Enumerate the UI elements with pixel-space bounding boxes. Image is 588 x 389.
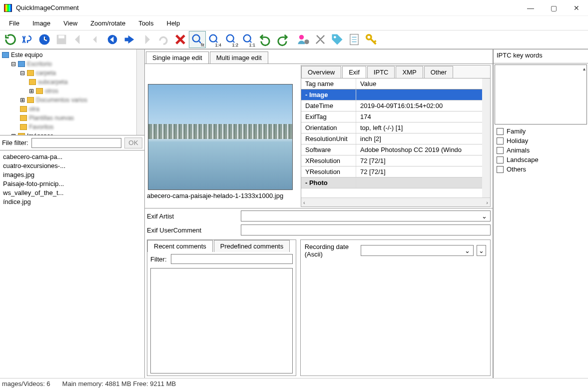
comments-filter-input[interactable] — [171, 254, 293, 264]
close-button[interactable]: ✕ — [565, 0, 588, 16]
refresh-icon[interactable] — [2, 31, 19, 48]
back-icon[interactable] — [70, 31, 87, 48]
tree-scrollbar[interactable] — [136, 50, 144, 135]
tree-item[interactable]: carpeta — [36, 70, 56, 76]
folder-icon — [20, 106, 27, 112]
recording-date-combo[interactable]: ⌄ — [361, 245, 474, 256]
tree-item[interactable]: otra — [29, 106, 39, 112]
checkbox-holiday[interactable] — [497, 138, 504, 144]
rotate-right-icon[interactable] — [274, 31, 291, 48]
maximize-button[interactable]: ▢ — [542, 0, 565, 16]
meta-tab-exif[interactable]: Exif — [342, 66, 366, 78]
file-item[interactable]: ws_valley_of_the_t... — [3, 188, 141, 198]
rename-icon[interactable] — [19, 31, 36, 48]
meta-tab-overview[interactable]: Overview — [301, 66, 341, 78]
file-filter-ok-button[interactable]: OK — [124, 138, 142, 148]
tree-item[interactable]: Escritorio — [27, 60, 52, 68]
svg-point-12 — [367, 35, 371, 40]
zoom-1-4-icon[interactable]: 1:4 — [206, 31, 223, 48]
history-icon[interactable] — [36, 31, 53, 48]
file-item[interactable]: Paisaje-foto-prnicip... — [3, 180, 141, 188]
delete-icon[interactable] — [172, 31, 189, 48]
tools-icon[interactable] — [312, 31, 329, 48]
checkbox-family[interactable] — [497, 128, 504, 135]
menu-image[interactable]: Image — [26, 18, 56, 29]
svg-point-10 — [334, 36, 336, 38]
metadata-table[interactable]: Tag name Value - Image DateTime2019-04-0… — [301, 78, 490, 198]
exif-usercomment-input[interactable] — [241, 224, 491, 236]
metadata-tabs: Overview Exif IPTC XMP Other — [301, 66, 490, 78]
minimize-button[interactable]: — — [519, 0, 542, 16]
checkbox-animals[interactable] — [497, 147, 504, 154]
undo-icon[interactable] — [155, 31, 172, 48]
scroll-up-icon[interactable]: ▴ — [583, 66, 586, 72]
user-settings-icon[interactable] — [295, 31, 312, 48]
save-icon[interactable] — [53, 31, 70, 48]
tab-multi-image-edit[interactable]: Multi image edit — [210, 52, 268, 64]
zoom-fit-icon[interactable]: fit — [189, 31, 206, 48]
nav-prev-icon[interactable] — [104, 31, 121, 48]
rotate-left-icon[interactable] — [257, 31, 274, 48]
meta-value: 72 [72/1] — [356, 156, 482, 166]
tree-root[interactable]: Este equipo — [11, 52, 42, 58]
tree-item[interactable]: otros — [45, 88, 58, 94]
tab-single-image-edit[interactable]: Single image edit — [146, 52, 209, 64]
svg-point-5 — [210, 35, 217, 42]
file-filter-label: File filter: — [2, 139, 28, 146]
meta-tab-iptc[interactable]: IPTC — [367, 66, 395, 78]
file-item[interactable]: cuatro-excursiones-... — [3, 162, 141, 170]
meta-name: Software — [301, 144, 356, 155]
zoom-1-1-icon[interactable]: 1:1 — [240, 31, 257, 48]
menu-help[interactable]: Help — [161, 18, 186, 29]
checkbox-landscape[interactable] — [497, 156, 504, 164]
meta-tab-other[interactable]: Other — [424, 66, 454, 78]
checkbox-label: Landscape — [507, 156, 539, 164]
meta-name: XResolution — [301, 156, 356, 166]
svg-point-7 — [244, 35, 251, 42]
tab-recent-comments[interactable]: Recent comments — [147, 240, 213, 252]
tree-item[interactable]: subcarpeta — [38, 78, 67, 86]
recording-date-expand[interactable]: ⌄ — [477, 245, 486, 256]
menu-view[interactable]: View — [57, 18, 83, 29]
tree-item[interactable]: Documentos varios — [36, 96, 87, 104]
meta-value: 2019-04-09T16:01:54+02:00 — [356, 100, 482, 111]
meta-name: ExifTag — [301, 112, 356, 122]
menu-file[interactable]: File — [3, 18, 25, 29]
folder-icon — [27, 97, 34, 103]
tab-predefined-comments[interactable]: Predefined comments — [214, 240, 290, 252]
meta-tab-xmp[interactable]: XMP — [396, 66, 423, 78]
menu-zoom-rotate[interactable]: Zoom/rotate — [84, 18, 131, 29]
exif-artist-combo[interactable]: ⌄ — [241, 210, 491, 222]
tag-icon[interactable] — [329, 31, 346, 48]
file-list[interactable]: cabecero-cama-pa... cuatro-excursiones-.… — [0, 150, 144, 378]
file-item[interactable]: cabecero-cama-pa... — [3, 152, 141, 162]
back-small-icon[interactable] — [87, 31, 104, 48]
iptc-keywords-box[interactable]: ▴ — [495, 64, 587, 124]
comments-list[interactable] — [150, 268, 293, 374]
meta-value: 72 [72/1] — [356, 166, 482, 177]
document-icon[interactable] — [346, 31, 363, 48]
image-preview[interactable] — [148, 84, 293, 190]
zoom-1-2-icon[interactable]: 1:2 — [223, 31, 240, 48]
left-column: Este equipo ⊟Escritorio ⊟carpeta subcarp… — [0, 50, 145, 378]
nav-next-icon[interactable] — [121, 31, 138, 48]
file-filter-input[interactable] — [31, 138, 121, 148]
exif-usercomment-label: Exif UserComment — [147, 226, 237, 234]
chevron-down-icon: ⌄ — [482, 212, 487, 220]
forward-icon[interactable] — [138, 31, 155, 48]
meta-name: DateTime — [301, 100, 356, 111]
file-item[interactable]: images.jpg — [3, 170, 141, 180]
folder-tree[interactable]: Este equipo ⊟Escritorio ⊟carpeta subcarp… — [0, 50, 144, 136]
checkbox-label: Holiday — [507, 137, 528, 144]
meta-scrollbar-h[interactable]: ‹› — [301, 198, 490, 206]
meta-col-name[interactable]: Tag name — [301, 78, 356, 89]
tree-item[interactable]: Favoritos — [29, 124, 53, 130]
file-item[interactable]: índice.jpg — [3, 198, 141, 206]
menu-tools[interactable]: Tools — [132, 18, 159, 29]
checkbox-others[interactable] — [497, 166, 504, 173]
meta-col-value[interactable]: Value — [356, 78, 482, 89]
tree-item-imagenes[interactable]: Imágenes — [27, 132, 53, 136]
pc-icon — [2, 52, 9, 58]
key-icon[interactable] — [363, 31, 380, 48]
tree-item[interactable]: Plantillas nuevas — [29, 114, 74, 122]
